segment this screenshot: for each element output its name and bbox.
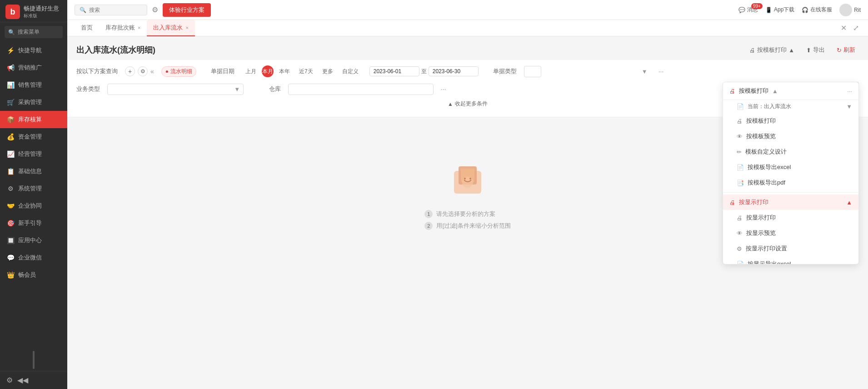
dropdown-current-template[interactable]: 📄 当前：出入库流水 ▼: [723, 100, 858, 113]
brand-name: 畅捷通好生意: [24, 5, 59, 13]
dropdown-display-chevron-icon[interactable]: ▲: [846, 199, 852, 206]
online-service-label: 在线客服: [810, 6, 832, 14]
date-tab-7days[interactable]: 近7天: [295, 67, 317, 76]
sidebar-item-member[interactable]: 👑 畅会员: [0, 266, 67, 284]
sidebar-item-label: 畅会员: [18, 271, 36, 279]
sidebar-item-marketing[interactable]: 📢 营销推广: [0, 59, 67, 76]
sidebar-item-inventory[interactable]: 📦 库存核算: [0, 111, 67, 128]
window-close-button[interactable]: ✕: [839, 23, 848, 33]
template-excel-label: 按模板导出excel: [748, 163, 791, 171]
template-custom-icon: ✏: [737, 149, 742, 155]
type-select[interactable]: [524, 66, 541, 77]
refresh-button[interactable]: ↻ 刷新: [833, 44, 859, 56]
sidebar-item-system[interactable]: ⚙ 系统管理: [0, 180, 67, 197]
sidebar-scrollbar[interactable]: [33, 351, 35, 369]
tab-flow-close[interactable]: ×: [185, 25, 188, 30]
warehouse-filter-label: 仓库: [269, 85, 281, 93]
sidebar-item-quick-nav[interactable]: ⚡ 快捷导航: [0, 42, 67, 59]
collapse-sidebar-icon[interactable]: ◀◀: [17, 376, 28, 384]
app-download-button[interactable]: 📱 App下载: [765, 6, 794, 14]
wechat-icon: 💬: [6, 254, 15, 262]
dropdown-print-icon: 🖨: [729, 88, 735, 95]
sidebar-item-collab[interactable]: 🤝 企业协同: [0, 197, 67, 214]
sidebar-item-app-center[interactable]: 🔲 应用中心: [0, 232, 67, 249]
dropdown-item-template-preview[interactable]: 👁 按模板预览: [723, 129, 858, 144]
template-custom-label: 模板自定义设计: [745, 148, 787, 156]
sidebar-item-finance[interactable]: 💰 资金管理: [0, 128, 67, 145]
date-tab-this-month[interactable]: 本月: [262, 65, 274, 77]
sidebar-nav: ⚡ 快捷导航 📢 营销推广 📊 销售管理 🛒 采购管理 📦 库存核算 💰 资金管…: [0, 42, 67, 349]
type-select-arrow-icon: ▼: [642, 68, 648, 75]
tab-batch-account-close[interactable]: ×: [138, 25, 140, 30]
tab-flow[interactable]: 出入库流水 ×: [147, 20, 195, 36]
tab-home[interactable]: 首页: [75, 20, 99, 36]
tab-batch-account[interactable]: 库存批次账 ×: [99, 20, 147, 36]
filter-collapse-left-icon[interactable]: «: [150, 68, 154, 75]
print-chevron-up-icon: ▲: [788, 47, 794, 54]
date-tab-last-month[interactable]: 上月: [242, 67, 260, 76]
display-excel-icon: 📄: [737, 261, 744, 264]
chevron-up-icon: ▲: [448, 101, 453, 107]
filter-tag-liushui[interactable]: ● 流水明细: [161, 66, 196, 77]
date-tab-this-year[interactable]: 本年: [275, 67, 294, 76]
search-menu-button[interactable]: 🔍 搜索菜单: [5, 26, 63, 38]
date-tab-custom[interactable]: 自定义: [339, 67, 362, 76]
dropdown-item-template-print[interactable]: 🖨 按模板打印: [723, 113, 858, 129]
warehouse-input[interactable]: [288, 84, 434, 95]
sidebar-item-guide[interactable]: 🎯 新手引导: [0, 214, 67, 232]
dropdown-item-display-print[interactable]: 🖨 按显示打印: [723, 210, 858, 225]
dropdown-item-template-custom[interactable]: ✏ 模板自定义设计: [723, 144, 858, 160]
type-more-button[interactable]: ···: [658, 68, 664, 75]
filter-setting-button[interactable]: ⚙: [138, 66, 148, 76]
dropdown-current-chevron-icon[interactable]: ▼: [846, 103, 852, 110]
sidebar-item-wechat[interactable]: 💬 企业微信: [0, 249, 67, 266]
display-preview-label: 按显示预览: [746, 229, 776, 237]
dropdown-chevron-up-icon[interactable]: ▲: [772, 88, 778, 95]
sidebar-search-area[interactable]: 🔍 搜索菜单: [0, 22, 67, 42]
display-preview-icon: 👁: [737, 230, 743, 237]
warehouse-more-button[interactable]: ···: [441, 85, 446, 93]
filter-add-button[interactable]: +: [125, 66, 135, 76]
settings-bottom-icon[interactable]: ⚙: [6, 376, 13, 384]
sidebar-item-purchase[interactable]: 🛒 采购管理: [0, 94, 67, 111]
sidebar-item-operations[interactable]: 📈 经营管理: [0, 145, 67, 163]
dropdown-section-display[interactable]: 🖨 按显示打印 ▲: [723, 194, 858, 210]
dropdown-item-display-settings[interactable]: ⚙ 按显示打印设置: [723, 241, 858, 256]
avatar[interactable]: [839, 4, 852, 16]
tip-num-1: 1: [424, 210, 433, 218]
topbar-search-input[interactable]: [89, 7, 135, 13]
sidebar-item-label: 基础信息: [18, 167, 42, 175]
date-from-input[interactable]: 2023-06-01: [369, 66, 419, 76]
message-icon: 💬: [738, 7, 745, 13]
biz-type-select[interactable]: [107, 84, 244, 95]
dropdown-item-display-excel[interactable]: 📄 按显示导出excel: [723, 256, 858, 264]
collapse-conditions-button[interactable]: ▲ 收起更多条件: [448, 100, 488, 108]
topbar-gear-icon[interactable]: ⚙: [152, 5, 158, 14]
dropdown-item-display-preview[interactable]: 👁 按显示预览: [723, 225, 858, 241]
sidebar-item-basic[interactable]: 📋 基础信息: [0, 163, 67, 180]
message-button[interactable]: 💬 消息 99+: [738, 6, 758, 14]
dropdown-more-icon[interactable]: ···: [847, 88, 852, 95]
display-settings-icon: ⚙: [737, 245, 742, 252]
online-service-button[interactable]: 🎧 在线客服: [802, 6, 832, 14]
date-to-input[interactable]: 2023-06-30: [429, 66, 479, 76]
dropdown-display-print-icon: 🖨: [729, 199, 735, 206]
print-button[interactable]: 🖨 按模板打印 ▲: [746, 44, 798, 56]
logo-area: b 畅捷通好生意 标准版: [0, 0, 67, 22]
printer-icon: 🖨: [749, 47, 755, 54]
industry-solution-button[interactable]: 体验行业方案: [163, 3, 211, 17]
template-print-label: 按模板打印: [746, 117, 776, 125]
date-filter-label: 单据日期: [211, 67, 234, 75]
user-avatar-area[interactable]: Rit: [839, 4, 861, 16]
sidebar-item-sales[interactable]: 📊 销售管理: [0, 76, 67, 94]
message-badge: 99+: [751, 3, 763, 9]
dropdown-item-template-pdf[interactable]: 📑 按模板导出pdf: [723, 175, 858, 190]
template-preview-icon: 👁: [737, 133, 743, 140]
window-maximize-button[interactable]: ⤢: [851, 23, 861, 33]
export-button[interactable]: ⬆ 导出: [803, 44, 828, 56]
template-pdf-label: 按模板导出pdf: [748, 179, 785, 187]
date-tab-more[interactable]: 更多: [319, 67, 337, 76]
topbar-search-area[interactable]: 🔍: [75, 5, 147, 15]
display-print-icon: 🖨: [737, 214, 743, 221]
dropdown-item-template-excel[interactable]: 📄 按模板导出excel: [723, 160, 858, 175]
